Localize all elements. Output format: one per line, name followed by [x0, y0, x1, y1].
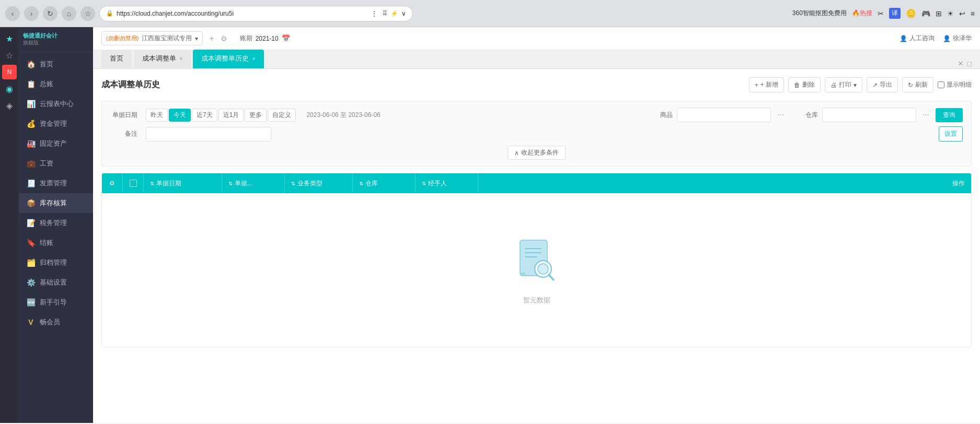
date-btn-more[interactable]: 更多: [245, 109, 267, 122]
svg-line-7: [549, 275, 554, 280]
sidebar-item-guide[interactable]: 🆕 新手引导: [19, 292, 93, 312]
period-label: 账期: [240, 34, 252, 43]
topbar-page-icon[interactable]: □: [967, 60, 972, 68]
th-checkbox[interactable]: [123, 173, 144, 193]
sidebar-item-archive[interactable]: 🗂️ 归档管理: [19, 253, 93, 273]
goods-dots[interactable]: ···: [775, 110, 786, 120]
tab-cost-adjust-history[interactable]: 成本调整单历史 ×: [193, 50, 263, 68]
th-biz-type[interactable]: ⇅ 业务类型: [285, 173, 353, 193]
grid-icon[interactable]: ⊞: [936, 9, 942, 18]
address-bar[interactable]: 🔒 https://cloud.chanjet.com/accounting/u…: [99, 6, 413, 21]
select-all-checkbox[interactable]: [130, 180, 137, 187]
goods-label: 商品: [645, 111, 673, 120]
display-toggle[interactable]: 显示明细: [938, 80, 972, 89]
translate-icon[interactable]: 译: [889, 8, 901, 19]
reload-button[interactable]: ↻: [43, 6, 57, 21]
company-selector[interactable]: (勿删勿禁用) 江西服宝测试专用 ▾: [101, 31, 203, 45]
sidebar-label-salary: 工资: [40, 159, 53, 168]
sidebar-label-vip: 畅会员: [40, 317, 60, 327]
sidebar-item-vip[interactable]: V 畅会员: [19, 312, 93, 332]
goods-input[interactable]: [677, 108, 771, 122]
sidebar-label-guide: 新手引导: [40, 298, 67, 307]
tab-cost-adjust-history-close[interactable]: ×: [252, 55, 255, 62]
display-toggle-checkbox[interactable]: [938, 81, 944, 88]
sort-handler-icon: ⇅: [422, 181, 426, 186]
sidebar-item-funds[interactable]: 💰 资金管理: [19, 114, 93, 134]
game-icon[interactable]: 🎮: [921, 9, 930, 18]
icon-bar-item-4[interactable]: ◉: [2, 81, 17, 96]
bookmark-button[interactable]: ☆: [80, 6, 95, 21]
menu-icon[interactable]: ≡: [971, 9, 975, 18]
column-settings-icon[interactable]: ⚙: [109, 180, 115, 187]
tab-home[interactable]: 首页: [101, 50, 132, 68]
tab-cost-adjust-close[interactable]: ×: [179, 55, 182, 62]
sidebar-item-salary[interactable]: 💼 工资: [19, 154, 93, 173]
icon-bar-item-1[interactable]: ★: [2, 31, 17, 46]
sidebar-item-invoice[interactable]: 🧾 发票管理: [19, 173, 93, 193]
date-btn-today[interactable]: 今天: [169, 109, 191, 122]
sidebar-item-settle[interactable]: 🔖 结账: [19, 233, 93, 253]
delete-button[interactable]: 🗑 删除: [788, 77, 821, 92]
sidebar-label-ledger: 总账: [40, 79, 53, 89]
th-warehouse[interactable]: ⇅ 仓库: [353, 173, 416, 193]
calendar-icon[interactable]: 📅: [282, 34, 290, 42]
sidebar-item-assets[interactable]: 🏭 固定资产: [19, 134, 93, 154]
tab-cost-adjust[interactable]: 成本调整单 ×: [134, 50, 191, 68]
sidebar-nav: 🏠 首页 📋 总账 📊 云报表中心 💰 资金管理 🏭 固定资产 💼 工资: [19, 52, 93, 423]
print-button[interactable]: 🖨 打印 ▾: [825, 77, 862, 92]
date-btn-yesterday[interactable]: 昨天: [146, 109, 168, 122]
th-settings[interactable]: ⚙: [102, 173, 123, 193]
tab-cost-adjust-history-label: 成本调整单历史: [201, 54, 249, 63]
sidebar-item-home[interactable]: 🏠 首页: [19, 54, 93, 74]
icon-bar-item-2[interactable]: ☆: [2, 48, 17, 63]
topbar-right: 👤 人工咨询 👤 徐泽华: [900, 34, 972, 43]
lightning-icon: ⚡: [390, 10, 398, 17]
service-btn[interactable]: 👤 人工咨询: [900, 34, 935, 43]
user-btn[interactable]: 👤 徐泽华: [943, 34, 972, 43]
add-button[interactable]: + + 新增: [749, 77, 784, 92]
funds-icon: 💰: [26, 120, 36, 128]
date-btn-1month[interactable]: 近1月: [218, 109, 244, 122]
settle-icon: 🔖: [26, 239, 36, 247]
add-company-icon[interactable]: +: [209, 34, 214, 43]
brightness-icon[interactable]: ☀: [947, 9, 954, 18]
sidebar-item-ledger[interactable]: 📋 总账: [19, 74, 93, 94]
vip-icon: V: [26, 318, 36, 326]
sidebar-item-reports[interactable]: 📊 云报表中心: [19, 94, 93, 114]
sidebar: 畅捷通好会计 旗舰版 🏠 首页 📋 总账 📊 云报表中心 💰 资金管理: [19, 27, 93, 423]
sidebar-item-settings[interactable]: ⚙️ 基础设置: [19, 273, 93, 292]
undo-icon[interactable]: ↩: [959, 9, 965, 18]
th-handler[interactable]: ⇅ 经手人: [416, 173, 478, 193]
sidebar-item-tax[interactable]: 📝 税务管理: [19, 213, 93, 233]
dropdown-icon: ⋮: [371, 10, 377, 17]
forward-button[interactable]: ›: [24, 6, 39, 21]
salary-icon: 💼: [26, 159, 36, 168]
back-button[interactable]: ‹: [5, 6, 20, 21]
tab-cost-adjust-label: 成本调整单: [142, 54, 176, 63]
export-button[interactable]: ↗ 导出: [867, 77, 898, 92]
warehouse-input[interactable]: [822, 108, 916, 122]
settings-gear-icon[interactable]: ⚙: [221, 34, 227, 43]
note-input[interactable]: [146, 127, 271, 142]
th-order-no[interactable]: ⇅ 单据...: [222, 173, 285, 193]
th-date[interactable]: ⇅ 单据日期: [144, 173, 222, 193]
sidebar-item-inventory[interactable]: 📦 库存核算: [19, 193, 93, 213]
filter-settings-button[interactable]: 设置: [939, 126, 963, 142]
icon-bar-item-active[interactable]: N: [2, 65, 17, 79]
topbar-page-close[interactable]: ×: [954, 59, 967, 68]
collapse-button[interactable]: ∧ 收起更多条件: [508, 146, 566, 160]
date-btn-custom[interactable]: 自定义: [268, 109, 296, 122]
query-button[interactable]: 查询: [936, 108, 963, 122]
sidebar-label-home: 首页: [40, 60, 53, 69]
guide-icon: 🆕: [26, 298, 36, 307]
apps-icon: ⠿: [383, 10, 387, 17]
empty-text: 暂元数据: [523, 296, 550, 305]
refresh-button[interactable]: ↻ 刷新: [902, 77, 933, 92]
gold-coin-icon[interactable]: 🪙: [906, 8, 916, 18]
hot-search-icon[interactable]: 🔥热搜: [852, 9, 872, 18]
warehouse-dots[interactable]: ···: [920, 110, 931, 120]
date-btn-7days[interactable]: 近7天: [192, 109, 217, 122]
icon-bar-item-5[interactable]: ◈: [2, 98, 17, 113]
home-button[interactable]: ⌂: [62, 6, 76, 21]
scissors-icon[interactable]: ✂: [878, 9, 884, 18]
